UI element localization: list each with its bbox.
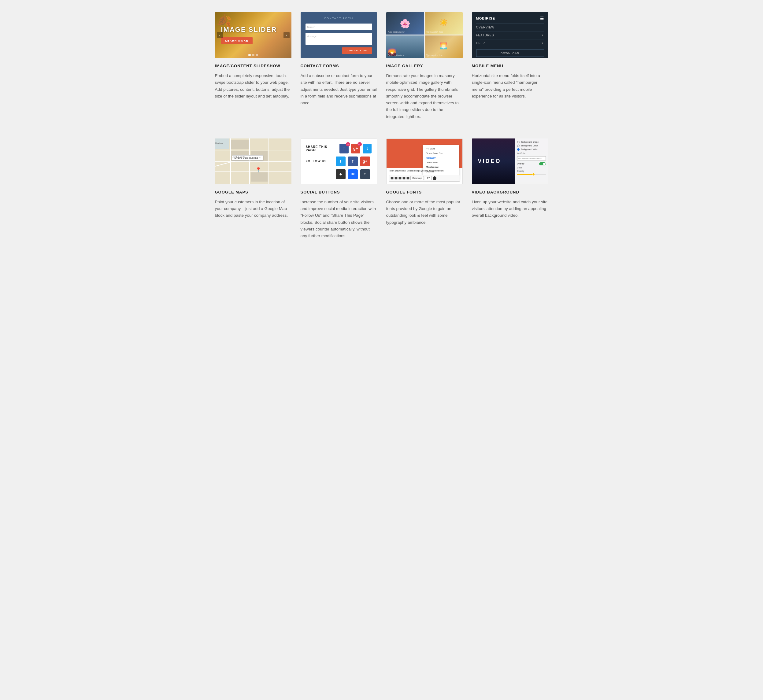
toolbar-icon-2[interactable]: ⬛	[395, 177, 398, 180]
googleplus-icon: g+	[353, 146, 358, 151]
bg-image-label: Background Image	[521, 141, 539, 143]
toolbar-icon-3[interactable]: ⬛	[398, 177, 401, 180]
leaf-decoration: 🍂	[216, 14, 232, 28]
github-icon: ◆	[340, 172, 342, 176]
share-facebook-btn[interactable]: f 192	[340, 144, 349, 153]
fonts-sample-text: ite in a few clicks! Mobirise helps you …	[390, 170, 444, 172]
social-share-row: SHARE THIS PAGE! f 192 g+ 47 t	[306, 144, 372, 153]
contact-submit-btn[interactable]: CONTACT US	[342, 47, 372, 54]
color-label: Color	[517, 167, 546, 169]
feature-card-fonts: PT Sans Open Sans Con... Raleway Droid S…	[386, 139, 463, 240]
fb-count-badge: 192	[346, 142, 350, 147]
contact-message-textarea[interactable]: Message	[306, 33, 372, 45]
gallery-caption-4: Type caption here	[426, 54, 443, 56]
font-option-opensans[interactable]: Open Sans Con...	[423, 151, 459, 156]
menu-title: MOBILE MENU	[472, 64, 548, 68]
features-grid-row2: Empire State Building × 📍 Jacob K. Javit…	[215, 139, 548, 240]
overlay-row: Overlay	[517, 162, 546, 166]
contact-preview: CONTACT FORM Name* Message CONTACT US	[301, 12, 377, 58]
feature-card-gallery: 🌸 Type caption here ☀️ Type caption here…	[386, 12, 463, 120]
features-arrow-icon: ▼	[541, 34, 544, 37]
font-size-selector[interactable]: 17	[425, 176, 432, 180]
map-road-h3	[215, 172, 291, 172]
map-bg: Empire State Building × 📍 Jacob K. Javit…	[215, 139, 291, 184]
map-label-1: Jacob K. Javits	[232, 156, 244, 158]
share-twitter-btn[interactable]: t	[363, 144, 372, 153]
menu-desc: Horizontal site menu folds itself into a…	[472, 72, 548, 100]
slider-learn-more-btn[interactable]: LEARN MORE	[221, 37, 253, 44]
font-option-montserrat[interactable]: Montserrat	[423, 165, 459, 169]
menu-item-overview[interactable]: OVERVIEW	[476, 23, 544, 31]
feature-card-slideshow: 🍂 IMAGE SLIDER LEARN MORE ‹ › IMAGE/CONT…	[215, 12, 291, 120]
feature-card-maps: Empire State Building × 📍 Jacob K. Javit…	[215, 139, 291, 240]
video-title: VIDEO BACKGROUND	[472, 190, 548, 194]
bg-image-option[interactable]: Background Image	[517, 141, 546, 143]
map-block-4	[251, 172, 268, 181]
font-option-pt-sans[interactable]: PT Sans	[423, 147, 459, 151]
bg-color-label: Background Color	[521, 145, 538, 147]
gallery-tree: 🌅	[440, 42, 447, 50]
gallery-cell-1[interactable]: 🌸 Type caption here	[386, 12, 424, 34]
feature-card-video: VIDEO Background Image Background Color …	[472, 139, 548, 240]
gallery-title: IMAGE GALLERY	[386, 64, 463, 68]
feature-card-social: SHARE THIS PAGE! f 192 g+ 47 t FOLLOW US	[301, 139, 377, 240]
slider-dot-3[interactable]	[255, 54, 258, 56]
opacity-slider[interactable]	[517, 174, 546, 175]
feature-card-menu: MOBIRISE ☰ OVERVIEW FEATURES ▼ HELP ▼ DO…	[472, 12, 548, 120]
menu-download-btn[interactable]: DOWNLOAD	[476, 50, 544, 57]
map-road-v2	[249, 139, 250, 184]
gallery-cell-2[interactable]: ☀️ Type caption here	[425, 12, 463, 34]
follow-github-btn[interactable]: ◆	[336, 169, 346, 179]
color-picker[interactable]	[433, 177, 436, 180]
menu-item-features[interactable]: FEATURES ▼	[476, 31, 544, 39]
opacity-slider-thumb[interactable]	[532, 173, 535, 176]
toolbar-icon-1[interactable]: ⬛	[390, 177, 393, 180]
youtube-url-input[interactable]: http://www.youtube.com/watd	[517, 156, 546, 161]
facebook-icon: f	[343, 146, 345, 151]
gallery-desc: Demonstrate your images in masonry mobil…	[386, 72, 463, 120]
overlay-toggle[interactable]	[539, 162, 546, 166]
menu-item-help[interactable]: HELP ▼	[476, 39, 544, 47]
bg-video-option[interactable]: Background Video	[517, 148, 546, 151]
contact-name-input[interactable]: Name*	[306, 23, 372, 30]
hamburger-icon[interactable]: ☰	[540, 16, 544, 21]
social-desc: Increase the number of your site visitor…	[301, 199, 377, 240]
follow-facebook-btn[interactable]: f	[348, 156, 358, 166]
page-wrapper: 🍂 IMAGE SLIDER LEARN MORE ‹ › IMAGE/CONT…	[209, 0, 555, 270]
follow-tumblr-btn[interactable]: t	[360, 169, 370, 179]
font-option-raleway[interactable]: Raleway	[423, 156, 459, 160]
slideshow-title: IMAGE/CONTENT SLIDESHOW	[215, 64, 291, 68]
gallery-cell-4[interactable]: 🌅 Type caption here	[425, 36, 463, 58]
menu-preview: MOBIRISE ☰ OVERVIEW FEATURES ▼ HELP ▼ DO…	[472, 12, 548, 58]
slider-dot-2[interactable]	[252, 54, 254, 56]
toolbar-icon-4[interactable]: ⬛	[403, 177, 406, 180]
slider-arrow-left[interactable]: ‹	[217, 32, 223, 38]
map-block-3	[231, 140, 249, 149]
features-grid-row1: 🍂 IMAGE SLIDER LEARN MORE ‹ › IMAGE/CONT…	[215, 12, 548, 120]
follow-label: FOLLOW US	[306, 159, 333, 163]
follow-googleplus-btn[interactable]: g+	[360, 156, 370, 166]
bg-color-option[interactable]: Background Color	[517, 145, 546, 147]
toolbar-icon-5[interactable]: ⬛	[406, 177, 409, 180]
font-option-droid-sans[interactable]: Droid Sans	[423, 160, 459, 165]
gallery-preview: 🌸 Type caption here ☀️ Type caption here…	[386, 12, 463, 58]
map-road-v3	[268, 139, 269, 184]
slider-arrow-right[interactable]: ›	[284, 32, 290, 38]
bg-video-radio[interactable]	[517, 148, 520, 151]
video-desc: Liven up your website and catch your sit…	[472, 199, 548, 219]
maps-title: GOOGLE MAPS	[215, 190, 291, 194]
font-family-selector[interactable]: Raleway	[410, 176, 424, 180]
help-arrow-icon: ▼	[541, 42, 544, 45]
tumblr-icon: t	[365, 172, 365, 176]
menu-top-bar: MOBIRISE ☰	[476, 16, 544, 21]
map-road-h1	[215, 150, 291, 150]
map-close-btn[interactable]: ×	[259, 156, 260, 159]
share-googleplus-btn[interactable]: g+ 47	[351, 144, 360, 153]
facebook-follow-icon: f	[352, 159, 353, 164]
slider-dot-1[interactable]	[248, 54, 251, 56]
bg-color-radio[interactable]	[517, 145, 520, 147]
bg-image-radio[interactable]	[517, 141, 520, 143]
gallery-cell-3[interactable]: 🌄 Type caption here	[386, 36, 424, 58]
follow-twitter-btn[interactable]: t	[336, 156, 346, 166]
follow-behance-btn[interactable]: Be	[348, 169, 358, 179]
